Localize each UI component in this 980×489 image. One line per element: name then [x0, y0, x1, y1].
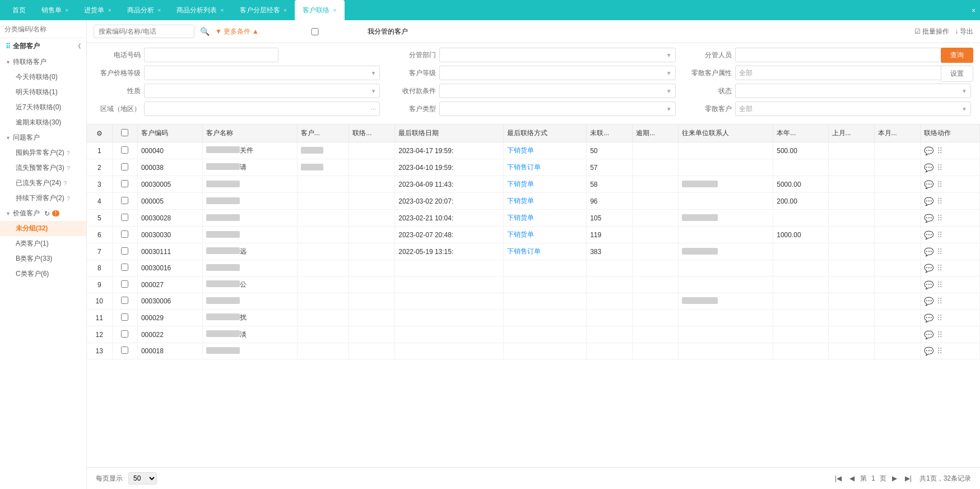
chat-icon[interactable]: 💬 — [924, 347, 933, 356]
payment-select[interactable]: ▼ — [439, 84, 675, 98]
row-checkbox[interactable] — [112, 176, 137, 193]
tab-purchase-close[interactable]: × — [108, 7, 111, 13]
first-page-btn[interactable]: |◀ — [833, 473, 844, 483]
search-input[interactable] — [94, 25, 194, 38]
row-checkbox[interactable] — [112, 142, 137, 159]
reset-button[interactable]: 设置 — [941, 66, 973, 82]
col-header-settings[interactable]: ⚙ — [87, 124, 112, 142]
region-select[interactable]: ··· — [144, 102, 380, 116]
row-name[interactable]: XXXXXX — [202, 227, 297, 243]
last-method-link[interactable]: 下销货单 — [507, 197, 534, 205]
close-all-button[interactable]: × — [972, 5, 976, 15]
next-page-btn[interactable]: ▶ — [890, 473, 899, 483]
row-name[interactable]: XXXXXX — [202, 260, 297, 276]
row-last-method[interactable]: 下销货单 — [503, 193, 586, 210]
grid-action-icon[interactable]: ⠿ — [937, 264, 942, 273]
settings-icon[interactable]: ⚙ — [96, 130, 103, 137]
row-name[interactable]: XXXXXX — [202, 293, 297, 310]
my-customers-checkbox[interactable]: 我分管的客户 — [264, 27, 408, 36]
tab-customer-segment[interactable]: 客户分层经客 × — [232, 0, 295, 20]
row-last-method[interactable] — [503, 276, 586, 293]
last-method-link[interactable]: 下销售订单 — [507, 247, 541, 255]
filter-search-icon[interactable]: 🔍 — [200, 27, 210, 36]
row-checkbox[interactable] — [112, 310, 137, 326]
grid-action-icon[interactable]: ⠿ — [937, 230, 942, 239]
chat-icon[interactable]: 💬 — [924, 247, 933, 256]
sidebar-item-class-c[interactable]: C类客户(6) — [0, 266, 86, 282]
row-name[interactable]: XXXXXX淡 — [202, 326, 297, 343]
grid-action-icon[interactable]: ⠿ — [937, 347, 942, 356]
more-conditions-btn[interactable]: ▼ 更多条件 ▲ — [215, 27, 259, 36]
my-customers-check[interactable] — [264, 28, 365, 35]
chat-icon[interactable]: 💬 — [924, 264, 933, 273]
row-name[interactable]: XXXXXX远 — [202, 243, 297, 260]
grid-action-icon[interactable]: ⠿ — [937, 163, 942, 172]
chat-icon[interactable]: 💬 — [924, 280, 933, 289]
last-method-link[interactable]: 下销货单 — [507, 180, 534, 188]
last-page-btn[interactable]: ▶| — [903, 473, 914, 483]
row-checkbox[interactable] — [112, 293, 137, 310]
price-level-select[interactable]: ▼ — [144, 66, 380, 80]
row-last-method[interactable] — [503, 293, 586, 310]
row-last-method[interactable]: 下销货单 — [503, 227, 586, 243]
chat-icon[interactable]: 💬 — [924, 313, 933, 322]
chat-icon[interactable]: 💬 — [924, 297, 933, 306]
sidebar-all-customers[interactable]: ⠿ 全部客户 《 — [0, 38, 86, 54]
tab-product-analysis-list[interactable]: 商品分析列表 × — [169, 0, 231, 20]
status-select[interactable]: ▼ — [735, 84, 971, 98]
row-checkbox[interactable] — [112, 243, 137, 260]
last-method-link[interactable]: 下销货单 — [507, 214, 534, 222]
grid-action-icon[interactable]: ⠿ — [937, 180, 942, 189]
row-name[interactable]: XXXXXX公 — [202, 276, 297, 293]
row-checkbox[interactable] — [112, 260, 137, 276]
sidebar-item-today[interactable]: 今天待联络(0) — [0, 70, 86, 85]
grid-action-icon[interactable]: ⠿ — [937, 247, 942, 256]
row-checkbox[interactable] — [112, 276, 137, 293]
last-method-link[interactable]: 下销售订单 — [507, 163, 541, 171]
sidebar-problem-header[interactable]: ▼ 问题客户 — [0, 130, 86, 145]
row-name[interactable]: XXXXXX — [202, 176, 297, 193]
tab-customer-segment-close[interactable]: × — [284, 7, 287, 13]
nature-select[interactable]: ▼ — [144, 84, 380, 98]
row-name[interactable]: XXXXXX — [202, 193, 297, 210]
retail-cust-select[interactable]: 全部 ▼ — [735, 102, 971, 116]
refresh-icon[interactable]: ↻ — [44, 210, 50, 218]
chat-icon[interactable]: 💬 — [924, 330, 933, 339]
row-name[interactable]: XXXXXX扰 — [202, 310, 297, 326]
sidebar-item-warning[interactable]: 流失预警客户(3) ? — [0, 160, 86, 176]
row-checkbox[interactable] — [112, 210, 137, 227]
last-method-link[interactable]: 下销货单 — [507, 146, 534, 154]
phone-input[interactable] — [144, 48, 278, 62]
prev-page-btn[interactable]: ◀ — [847, 473, 857, 483]
cust-level-select[interactable]: ▼ — [439, 66, 675, 80]
query-button[interactable]: 查询 — [941, 48, 973, 63]
person-select[interactable]: ··· — [735, 48, 971, 62]
per-page-select[interactable]: 50 100 200 — [128, 472, 157, 485]
select-all-checkbox[interactable] — [121, 129, 128, 136]
row-name[interactable]: XXXXXX关件 — [202, 142, 297, 159]
row-checkbox[interactable] — [112, 343, 137, 359]
grid-action-icon[interactable]: ⠿ — [937, 313, 942, 322]
cust-type-select[interactable]: ▼ — [439, 102, 675, 116]
chat-icon[interactable]: 💬 — [924, 230, 933, 239]
row-last-method[interactable]: 下销售订单 — [503, 243, 586, 260]
chat-icon[interactable]: 💬 — [924, 214, 933, 223]
chat-icon[interactable]: 💬 — [924, 180, 933, 189]
retail-attr-select[interactable]: 全部 ▼ — [735, 66, 971, 80]
export-btn[interactable]: ↓ 导出 — [955, 27, 973, 36]
row-name[interactable]: XXXXXX — [202, 210, 297, 227]
sidebar-pending-header[interactable]: ▼ 待联络客户 — [0, 54, 86, 70]
batch-op-btn[interactable]: ☑ 批量操作 — [914, 27, 949, 36]
row-checkbox[interactable] — [112, 326, 137, 343]
chat-icon[interactable]: 💬 — [924, 197, 933, 206]
grid-action-icon[interactable]: ⠿ — [937, 214, 942, 223]
row-checkbox[interactable] — [112, 227, 137, 243]
row-last-method[interactable]: 下销售订单 — [503, 159, 586, 176]
row-name[interactable]: XXXXXX请 — [202, 159, 297, 176]
tab-product-analysis-list-close[interactable]: × — [220, 7, 224, 13]
row-name[interactable]: XXXXXX — [202, 343, 297, 359]
tab-sales[interactable]: 销售单 × — [34, 0, 76, 20]
dept-select[interactable]: ▼ — [439, 48, 675, 62]
sidebar-item-ungroup[interactable]: 未分组(32) — [0, 221, 86, 236]
tab-customer-contact[interactable]: 客户联络 × — [295, 0, 344, 20]
